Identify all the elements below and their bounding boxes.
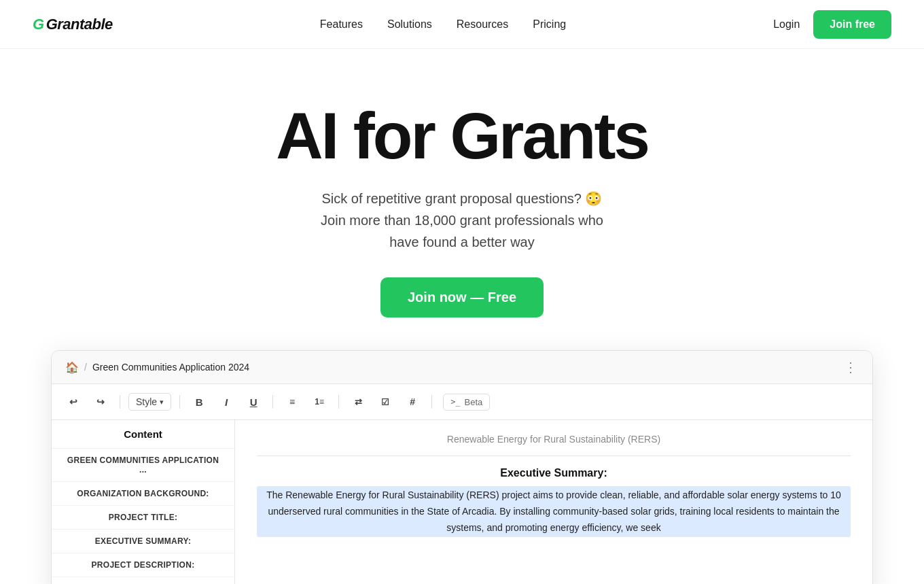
style-dropdown[interactable]: Style ▾ xyxy=(128,393,171,411)
navbar: GGrantable Features Solutions Resources … xyxy=(0,0,924,49)
app-preview: 🏠 / Green Communities Application 2024 ⋮… xyxy=(51,350,873,584)
beta-label: Beta xyxy=(465,397,483,407)
login-link[interactable]: Login xyxy=(773,18,800,31)
breadcrumb-page: Green Communities Application 2024 xyxy=(92,362,249,373)
sidebar-item-4[interactable]: PROJECT DESCRIPTION: xyxy=(52,553,234,577)
toolbar-separator-4 xyxy=(338,395,339,409)
nav-solutions[interactable]: Solutions xyxy=(387,18,432,31)
undo-button[interactable]: ↩ xyxy=(63,391,84,413)
content-section-body: The Renewable Energy for Rural Sustainab… xyxy=(257,486,851,537)
home-icon: 🏠 xyxy=(65,361,79,374)
sidebar-item-5[interactable]: OUTCOMES AND IMPACT: xyxy=(52,577,234,584)
hero-section: AI for Grants Sick of repetitive grant p… xyxy=(0,49,924,584)
more-options-icon[interactable]: ⋮ xyxy=(844,359,859,375)
nav-features[interactable]: Features xyxy=(320,18,363,31)
logo-g-icon: G xyxy=(33,16,44,33)
beta-indicator: >_ Beta xyxy=(443,394,490,411)
italic-button[interactable]: I xyxy=(215,391,237,413)
toolbar-separator-3 xyxy=(272,395,273,409)
hero-subtitle-line1: Sick of repetitive grant proposal questi… xyxy=(321,188,603,209)
content-prev-section: Renewable Energy for Rural Sustainabilit… xyxy=(257,420,851,537)
breadcrumb-separator: / xyxy=(84,362,87,373)
brand-logo[interactable]: GGrantable xyxy=(33,16,113,33)
editor-body: Content GREEN COMMUNITIES APPLICATION ..… xyxy=(52,420,872,584)
redo-button[interactable]: ↪ xyxy=(90,391,111,413)
nav-links: Features Solutions Resources Pricing xyxy=(320,18,566,31)
content-sidebar: Content GREEN COMMUNITIES APPLICATION ..… xyxy=(52,420,235,584)
editor-toolbar: ↩ ↪ Style ▾ B I U ≡ 1≡ ⇄ ☑ # >_ Beta xyxy=(52,384,872,420)
toolbar-separator-2 xyxy=(179,395,180,409)
sidebar-item-2[interactable]: PROJECT TITLE: xyxy=(52,506,234,530)
sidebar-item-1[interactable]: ORGANIZATION BACKGROUND: xyxy=(52,482,234,506)
bullet-list-button[interactable]: ≡ xyxy=(281,391,303,413)
hero-title: AI for Grants xyxy=(276,103,648,169)
chevron-down-icon: ▾ xyxy=(160,398,164,407)
content-section-heading: Executive Summary: xyxy=(257,467,851,479)
terminal-icon: >_ xyxy=(450,397,460,407)
sidebar-header: Content xyxy=(52,420,234,449)
style-label: Style xyxy=(136,396,157,407)
nav-resources[interactable]: Resources xyxy=(457,18,508,31)
hero-cta-button[interactable]: Join now — Free xyxy=(380,277,544,317)
sidebar-item-3[interactable]: EXECUTIVE SUMMARY: xyxy=(52,530,234,553)
underline-button[interactable]: U xyxy=(243,391,264,413)
editor-content: Renewable Energy for Rural Sustainabilit… xyxy=(235,420,872,584)
logo-text: Grantable xyxy=(46,16,113,33)
link-button[interactable]: ⇄ xyxy=(347,391,369,413)
hero-subtitle-line2: Join more than 18,000 grant professional… xyxy=(321,209,603,231)
hashtag-button[interactable]: # xyxy=(402,391,423,413)
nav-pricing[interactable]: Pricing xyxy=(533,18,566,31)
nav-right: Login Join free xyxy=(773,10,891,39)
hero-subtitle-line3: have found a better way xyxy=(321,231,603,253)
app-topbar: 🏠 / Green Communities Application 2024 ⋮ xyxy=(52,351,872,384)
breadcrumb: 🏠 / Green Communities Application 2024 xyxy=(65,361,249,374)
toolbar-separator-1 xyxy=(120,395,120,409)
content-prev-text: Renewable Energy for Rural Sustainabilit… xyxy=(257,434,851,450)
sidebar-item-0[interactable]: GREEN COMMUNITIES APPLICATION ... xyxy=(52,449,234,482)
bold-button[interactable]: B xyxy=(188,391,210,413)
hero-subtitle: Sick of repetitive grant proposal questi… xyxy=(321,188,603,253)
content-divider xyxy=(257,456,851,456)
checkbox-button[interactable]: ☑ xyxy=(374,391,396,413)
join-free-button[interactable]: Join free xyxy=(813,10,891,39)
ordered-list-button[interactable]: 1≡ xyxy=(308,391,330,413)
toolbar-separator-5 xyxy=(431,395,432,409)
